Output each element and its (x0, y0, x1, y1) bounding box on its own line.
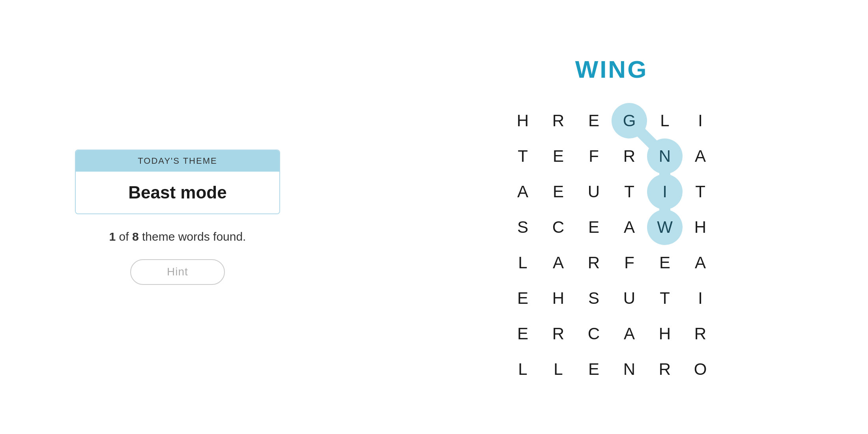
cell-r4-c5[interactable]: A (683, 245, 718, 281)
cell-r0-c3[interactable]: G (612, 103, 647, 138)
cell-r6-c3[interactable]: A (612, 316, 647, 352)
total-count: 8 (132, 230, 139, 243)
hint-button[interactable]: Hint (130, 259, 225, 285)
cell-r6-c5[interactable]: R (683, 316, 718, 352)
cell-r3-c1[interactable]: C (541, 210, 576, 245)
cell-r5-c1[interactable]: H (541, 281, 576, 316)
cell-r7-c2[interactable]: E (576, 352, 612, 387)
cell-r0-c2[interactable]: E (576, 103, 612, 138)
cell-r7-c4[interactable]: R (647, 352, 683, 387)
found-count: 1 (109, 230, 116, 243)
cell-r5-c5[interactable]: I (683, 281, 718, 316)
progress-of: of (119, 230, 132, 243)
cell-r5-c0[interactable]: E (505, 281, 541, 316)
cell-r3-c5[interactable]: H (683, 210, 718, 245)
cell-r5-c3[interactable]: U (612, 281, 647, 316)
grid-container: HREGLITEFRNAAEUTITSCEAWHLARFEAEHSUTIERCA… (505, 103, 718, 387)
cell-r1-c5[interactable]: A (683, 138, 718, 174)
cell-r3-c3[interactable]: A (612, 210, 647, 245)
cell-r7-c5[interactable]: O (683, 352, 718, 387)
cell-r5-c2[interactable]: S (576, 281, 612, 316)
theme-body: Beast mode (76, 172, 279, 213)
cell-r3-c0[interactable]: S (505, 210, 541, 245)
cell-r1-c0[interactable]: T (505, 138, 541, 174)
theme-box: TODAY'S THEME Beast mode (75, 150, 280, 214)
progress-suffix: theme words found. (142, 230, 246, 243)
found-word-title: WING (575, 55, 648, 83)
progress-text: 1 of 8 theme words found. (109, 230, 246, 243)
cell-r2-c0[interactable]: A (505, 174, 541, 210)
cell-r6-c0[interactable]: E (505, 316, 541, 352)
cell-r4-c3[interactable]: F (612, 245, 647, 281)
cell-r2-c5[interactable]: T (683, 174, 718, 210)
cell-r7-c0[interactable]: L (505, 352, 541, 387)
cell-r7-c3[interactable]: N (612, 352, 647, 387)
cell-r4-c4[interactable]: E (647, 245, 683, 281)
theme-header: TODAY'S THEME (76, 150, 279, 172)
theme-title: Beast mode (84, 183, 271, 202)
cell-r0-c5[interactable]: I (683, 103, 718, 138)
left-panel: TODAY'S THEME Beast mode 1 of 8 theme wo… (0, 0, 355, 434)
cell-r2-c4[interactable]: I (647, 174, 683, 210)
cell-r1-c3[interactable]: R (612, 138, 647, 174)
cell-r4-c2[interactable]: R (576, 245, 612, 281)
cell-r2-c1[interactable]: E (541, 174, 576, 210)
cell-r0-c1[interactable]: R (541, 103, 576, 138)
cell-r4-c0[interactable]: L (505, 245, 541, 281)
cell-r1-c4[interactable]: N (647, 138, 683, 174)
cell-r0-c0[interactable]: H (505, 103, 541, 138)
cell-r3-c4[interactable]: W (647, 210, 683, 245)
cell-r1-c1[interactable]: E (541, 138, 576, 174)
cell-r2-c2[interactable]: U (576, 174, 612, 210)
letter-grid: HREGLITEFRNAAEUTITSCEAWHLARFEAEHSUTIERCA… (505, 103, 718, 387)
cell-r6-c2[interactable]: C (576, 316, 612, 352)
cell-r4-c1[interactable]: A (541, 245, 576, 281)
cell-r6-c4[interactable]: H (647, 316, 683, 352)
cell-r0-c4[interactable]: L (647, 103, 683, 138)
cell-r5-c4[interactable]: T (647, 281, 683, 316)
cell-r1-c2[interactable]: F (576, 138, 612, 174)
cell-r6-c1[interactable]: R (541, 316, 576, 352)
cell-r3-c2[interactable]: E (576, 210, 612, 245)
cell-r2-c3[interactable]: T (612, 174, 647, 210)
right-panel: WING HREGLITEFRNAAEUTITSCEAWHLARFEAEHSUT… (355, 0, 868, 434)
cell-r7-c1[interactable]: L (541, 352, 576, 387)
